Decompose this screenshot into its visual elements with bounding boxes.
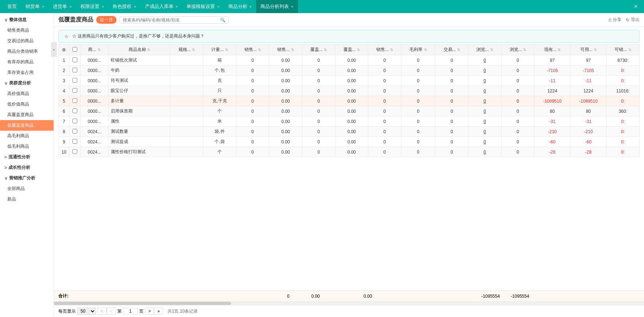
row-check[interactable] — [70, 116, 80, 127]
row-checkbox[interactable] — [72, 108, 77, 113]
period-button[interactable]: 近一月 — [96, 16, 117, 24]
nav-close-analysis-list[interactable]: × — [291, 4, 293, 9]
table-header-unit[interactable]: 计量... ⇅ — [203, 44, 236, 55]
sidebar-item-all-products[interactable]: 全部商品 — [0, 183, 54, 194]
row-browse1[interactable]: 0 — [468, 116, 502, 127]
row-checkbox[interactable] — [72, 78, 77, 83]
sidebar-item-new-products[interactable]: 新品 — [0, 194, 54, 205]
sidebar-item-capital[interactable]: 库存资金占用 — [0, 67, 54, 78]
sidebar-item-category-rate[interactable]: 商品分类动销率 — [0, 46, 54, 57]
nav-product-analysis[interactable]: 商品分析 × — [224, 0, 256, 13]
table-header-gross-margin[interactable]: 毛利率 ⇅ — [401, 44, 435, 55]
nav-purchase-order[interactable]: 进货单 × — [48, 0, 76, 13]
search-icon[interactable]: 🔍 — [220, 17, 225, 23]
table-header-sales3[interactable]: 销售... ⇅ — [368, 44, 401, 55]
nav-close-permission[interactable]: × — [102, 4, 104, 9]
row-browse1[interactable]: 0 — [468, 55, 502, 66]
row-check[interactable] — [70, 137, 80, 147]
sidebar-group-liquidity[interactable]: > 流通性分析 — [0, 152, 54, 162]
row-checkbox[interactable] — [72, 58, 77, 62]
row-checkbox[interactable] — [72, 68, 77, 72]
sidebar-item-low-coverage[interactable]: 低覆盖度商品 — [0, 120, 54, 131]
row-browse1[interactable]: 0 — [468, 66, 502, 76]
table-header-sales-qty[interactable]: 销售... ⇅ — [236, 44, 269, 55]
row-checkbox[interactable] — [72, 119, 77, 123]
nav-close-production[interactable]: × — [176, 4, 178, 9]
row-check[interactable] — [70, 96, 80, 106]
table-header-coverage1[interactable]: 覆盖... ⇅ — [302, 44, 335, 55]
next-page-button[interactable]: > — [145, 308, 154, 315]
last-page-button[interactable]: » — [154, 308, 163, 315]
sidebar-item-low-margin[interactable]: 低毛利商品 — [0, 141, 54, 152]
prev-page-button[interactable]: < — [107, 308, 116, 315]
row-browse1[interactable]: 0 — [468, 137, 502, 147]
table-header-name[interactable]: 商品名称 ⇅ — [109, 44, 170, 55]
search-input[interactable] — [123, 17, 219, 23]
row-check[interactable] — [70, 55, 80, 66]
row-browse1[interactable]: 0 — [468, 96, 502, 106]
share-button[interactable]: ⎙ 分享 — [609, 17, 621, 23]
row-checkbox[interactable] — [72, 149, 77, 154]
table-header-available[interactable]: 可用... ⇅ — [570, 44, 606, 55]
row-check[interactable] — [70, 76, 80, 86]
sidebar-item-low-value[interactable]: 低价值商品 — [0, 99, 54, 110]
row-checkbox[interactable] — [72, 139, 77, 144]
per-page-select[interactable]: 20 50 100 — [77, 308, 96, 315]
select-all-checkbox[interactable] — [72, 47, 77, 52]
page-number-input[interactable] — [123, 308, 138, 314]
nav-production-inbound[interactable]: 产成品入库单 × — [141, 0, 182, 13]
row-browse1[interactable]: 0 — [468, 147, 502, 157]
table-header-current-stock[interactable]: 现有... ⇅ — [534, 44, 570, 55]
row-checkbox[interactable] — [72, 88, 77, 93]
table-header-sales-amt[interactable]: 销售... ⇅ — [269, 44, 302, 55]
table-header-transaction[interactable]: 交易... ⇅ — [435, 44, 468, 55]
table-header-coverage2[interactable]: 覆盖... ⇅ — [335, 44, 368, 55]
row-browse1[interactable]: 0 — [468, 127, 502, 137]
export-button[interactable]: ↻ 导出 — [626, 17, 640, 23]
row-browse1[interactable]: 0 — [468, 76, 502, 86]
row-browse1[interactable]: 0 — [468, 106, 502, 116]
nav-sales-order[interactable]: 销货单 × — [21, 0, 48, 13]
row-check[interactable] — [70, 106, 80, 116]
sidebar-collapse-button[interactable]: « — [51, 42, 57, 57]
table-header-code[interactable]: 商... ⇅ — [80, 44, 109, 55]
row-check[interactable] — [70, 86, 80, 96]
sidebar-item-sales-products[interactable]: 销售类商品 — [0, 25, 54, 36]
sidebar-group-overall[interactable]: ∨ 整体信息 — [0, 15, 54, 25]
first-page-button[interactable]: K — [97, 308, 107, 315]
table-header-browse1[interactable]: 浏览... ⇅ — [468, 44, 502, 55]
row-check[interactable] — [70, 147, 80, 157]
nav-home[interactable]: 首页 — [3, 0, 21, 13]
sidebar-item-in-stock[interactable]: 有库存的商品 — [0, 57, 54, 67]
sidebar-item-high-margin[interactable]: 高毛利商品 — [0, 131, 54, 141]
row-checkbox[interactable] — [72, 98, 77, 103]
row-checkbox[interactable] — [72, 129, 77, 134]
nav-close-sales[interactable]: × — [42, 4, 44, 9]
table-header-browse2[interactable]: 浏览... ⇅ — [501, 44, 534, 55]
table-header-sellable[interactable]: 可销... ⇅ — [606, 44, 640, 55]
sidebar-group-growth[interactable]: > 成长性分析 — [0, 162, 54, 173]
page-label-prefix: 第 — [117, 308, 122, 314]
sidebar-item-high-value[interactable]: 高价值商品 — [0, 88, 54, 99]
sidebar-item-traded[interactable]: 交易过的商品 — [0, 36, 54, 46]
sidebar-group-cluster[interactable]: ∨ 类群度分析 — [0, 78, 54, 88]
nav-template-settings[interactable]: 单据模板设置 × — [182, 0, 224, 13]
nav-close-template[interactable]: × — [217, 4, 219, 9]
nav-close-purchase[interactable]: × — [69, 4, 71, 9]
nav-close-role[interactable]: × — [134, 4, 136, 9]
window-close-button[interactable]: × — [631, 3, 641, 10]
sidebar-group-marketing[interactable]: ∨ 营销推广分析 — [0, 173, 54, 183]
horizontal-scrollbar[interactable] — [54, 301, 644, 305]
table-header-gear[interactable]: ⚙ — [59, 44, 70, 55]
row-check[interactable] — [70, 127, 80, 137]
nav-product-analysis-list[interactable]: 商品分析列表 × — [256, 0, 298, 13]
nav-permission-settings[interactable]: 权限设置 × — [76, 0, 108, 13]
row-cov2: 0.00 — [335, 55, 368, 66]
table-header-spec[interactable]: 规格... ⇅ — [170, 44, 203, 55]
nav-close-analysis[interactable]: × — [250, 4, 252, 9]
sidebar-item-high-coverage[interactable]: 高覆盖度商品 — [0, 110, 54, 120]
row-sales-amt: 0.00 — [269, 147, 302, 157]
row-check[interactable] — [70, 66, 80, 76]
row-browse1[interactable]: 0 — [468, 86, 502, 96]
nav-role-auth[interactable]: 角色授权 × — [108, 0, 140, 13]
